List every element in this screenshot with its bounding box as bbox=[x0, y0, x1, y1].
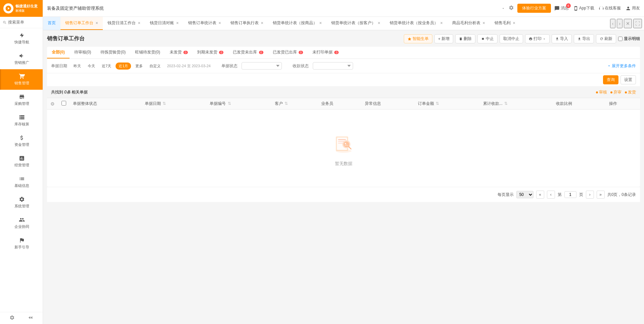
th-settings[interactable]: ⚙ bbox=[47, 98, 58, 110]
tab-sales-summary-staff[interactable]: 销货单统计表（按业务员） ✕ bbox=[385, 17, 447, 30]
query-btn[interactable]: 查询 bbox=[603, 75, 618, 84]
tab-staff-close[interactable]: ✕ bbox=[440, 21, 443, 25]
tab-reconcile-close[interactable]: ✕ bbox=[176, 21, 179, 25]
tab-product-margin[interactable]: 商品毛利分析表 ✕ bbox=[447, 17, 490, 30]
th-number[interactable]: 单据编号 ⇅ bbox=[206, 98, 271, 110]
collection-select[interactable] bbox=[313, 62, 353, 70]
sidebar-search[interactable]: 搜索菜单 bbox=[0, 17, 43, 28]
sidebar-item-operations[interactable]: 经营管理 bbox=[0, 151, 43, 172]
system-dropdown[interactable] bbox=[501, 6, 505, 10]
refresh-btn[interactable]: 刷新 bbox=[596, 34, 616, 43]
tab-sales-stat[interactable]: 销售订单统计表 ✕ bbox=[183, 17, 226, 30]
subtab-all[interactable]: 全部(0) bbox=[47, 47, 70, 58]
select-all-checkbox[interactable] bbox=[61, 101, 66, 106]
tab-home[interactable]: 首页 bbox=[43, 17, 60, 30]
import-btn[interactable]: 导入 bbox=[552, 34, 572, 43]
sidebar-item-basic[interactable]: 基础信息 bbox=[0, 172, 43, 192]
sidebar-item-enterprise[interactable]: 企业协同 bbox=[0, 213, 43, 233]
th-checkbox[interactable] bbox=[58, 98, 70, 110]
ship-op-btn[interactable]: 发货 bbox=[625, 89, 636, 95]
tab-profit-close[interactable]: ✕ bbox=[513, 21, 515, 25]
user-btn[interactable]: 用友 bbox=[626, 5, 640, 11]
th-amount[interactable]: 订单金额 ⇅ bbox=[415, 98, 480, 110]
first-page-btn[interactable]: « bbox=[536, 191, 544, 199]
date-btn-more[interactable]: 更多 bbox=[133, 63, 145, 70]
subtab-not-shipped[interactable]: 未发货 0 bbox=[165, 47, 192, 58]
tab-sales-summary-customer[interactable]: 销货单统计表（按客户） ✕ bbox=[327, 17, 385, 30]
cancel-stop-btn[interactable]: 取消中止 bbox=[500, 34, 523, 43]
tab-sales-summary-product[interactable]: 销货单统计表（按商品） ✕ bbox=[268, 17, 327, 30]
tab-exec-close[interactable]: ✕ bbox=[261, 21, 263, 25]
tab-margin-close[interactable]: ✕ bbox=[482, 21, 485, 25]
sidebar-item-guide[interactable]: 新手引导 bbox=[0, 233, 43, 254]
date-btn-1month[interactable]: 近1月 bbox=[116, 63, 131, 70]
th-customer[interactable]: 客户 ⇅ bbox=[271, 98, 318, 110]
tab-cash-daily[interactable]: 钱货日清工作台 ✕ bbox=[103, 17, 145, 30]
subtab-shipped-out[interactable]: 已发货已出库 0 bbox=[268, 47, 308, 58]
online-service-btn[interactable]: 在线客服 bbox=[599, 5, 621, 11]
delete-btn[interactable]: 删除 bbox=[455, 34, 475, 43]
sidebar-item-system[interactable]: 系统管理 bbox=[0, 192, 43, 213]
export-btn[interactable]: 导出 bbox=[574, 34, 594, 43]
sidebar-item-inventory[interactable]: 库存核算 bbox=[0, 110, 43, 131]
settings-filter-btn[interactable]: 设置 bbox=[620, 75, 636, 84]
tab-stat-close[interactable]: ✕ bbox=[218, 21, 221, 25]
subtab-pending-review[interactable]: 待审核(0) bbox=[70, 47, 96, 58]
tab-next-btn[interactable]: › bbox=[617, 19, 622, 28]
subtab-not-printed[interactable]: 未打印单据 0 bbox=[308, 47, 343, 58]
status-select[interactable] bbox=[242, 62, 282, 70]
prev-page-btn[interactable]: ‹ bbox=[547, 191, 555, 199]
add-btn[interactable]: + 新增 bbox=[434, 34, 453, 43]
th-date[interactable]: 单据日期 ⇅ bbox=[141, 98, 207, 110]
page-size-select[interactable]: 10 20 50 100 bbox=[516, 191, 533, 198]
sidebar-item-finance[interactable]: 资金管理 bbox=[0, 131, 43, 151]
expand-conditions-btn[interactable]: 展开更多条件 bbox=[607, 63, 636, 69]
tab-sales-close[interactable]: ✕ bbox=[95, 21, 98, 25]
subtab-wangpu[interactable]: 旺铺待发货(0) bbox=[130, 47, 165, 58]
tab-sales-exec-label: 销售订单执行表 bbox=[230, 20, 259, 26]
app-download-btn[interactable]: App下载 bbox=[573, 5, 594, 11]
unreviewed-op-btn[interactable]: 弃审 bbox=[610, 89, 621, 95]
sidebar-item-quick-nav[interactable]: 快捷导航 bbox=[0, 28, 43, 49]
sidebar-item-sales[interactable]: 销售管理 bbox=[0, 69, 43, 90]
sidebar-collapse-btn[interactable] bbox=[28, 315, 33, 321]
subtab-shipped-out-label: 已发货已出库 bbox=[273, 50, 297, 54]
show-detail-toggle[interactable]: 显示明细 bbox=[618, 36, 640, 42]
settings-btn[interactable] bbox=[509, 5, 514, 11]
stop-btn[interactable]: 中止 bbox=[477, 34, 498, 43]
sidebar-item-purchase[interactable]: 采购管理 bbox=[0, 90, 43, 110]
subtab-pending-inspect[interactable]: 待拣货验货(0) bbox=[96, 47, 130, 58]
date-btn-7days[interactable]: 近7天 bbox=[99, 63, 114, 70]
tab-sales-profit[interactable]: 销售毛利 ✕ bbox=[490, 17, 520, 30]
tab-sales-workbench[interactable]: 销售订单工作台 ✕ bbox=[60, 17, 103, 30]
column-settings-icon[interactable]: ⚙ bbox=[50, 101, 55, 107]
tab-close-all-btn[interactable]: ✕ bbox=[624, 19, 632, 28]
unreviewed-dot bbox=[610, 91, 612, 93]
show-detail-checkbox[interactable] bbox=[618, 37, 622, 41]
tab-prev-btn[interactable]: ‹ bbox=[610, 19, 616, 28]
subtab-shipped-not-out[interactable]: 已发货未出库 0 bbox=[228, 47, 268, 58]
industry-btn[interactable]: 体验行业方案 bbox=[517, 4, 551, 13]
date-btn-yesterday[interactable]: 昨天 bbox=[71, 63, 83, 70]
tab-customer-close[interactable]: ✕ bbox=[378, 21, 380, 25]
review-op-btn[interactable]: 审核 bbox=[596, 89, 607, 95]
message-btn[interactable]: 消息 6 bbox=[554, 5, 569, 11]
date-btn-today[interactable]: 今天 bbox=[85, 63, 97, 70]
sidebar-settings-btn[interactable] bbox=[9, 315, 15, 321]
last-page-btn[interactable]: » bbox=[597, 191, 605, 199]
tab-cash-close[interactable]: ✕ bbox=[138, 21, 140, 25]
tab-cash-reconcile[interactable]: 钱货日清对账 ✕ bbox=[145, 17, 183, 30]
subtab-overdue[interactable]: 到期未发货 0 bbox=[192, 47, 228, 58]
sidebar-item-marketing[interactable]: 营销推广 bbox=[0, 49, 43, 69]
tab-product-close[interactable]: ✕ bbox=[319, 21, 322, 25]
date-btn-custom[interactable]: 自定义 bbox=[147, 63, 163, 70]
print-btn[interactable]: 打印 bbox=[525, 34, 550, 43]
next-page-btn[interactable]: › bbox=[586, 191, 594, 199]
tab-sales-exec[interactable]: 销售订单执行表 ✕ bbox=[226, 17, 268, 30]
th-collected[interactable]: 累计收款... ⇅ bbox=[480, 98, 553, 110]
sidebar-marketing-label: 营销推广 bbox=[14, 60, 29, 65]
app-download-label: App下载 bbox=[579, 5, 594, 11]
tab-fullscreen-btn[interactable]: ⛶ bbox=[633, 19, 642, 28]
page-number-input[interactable] bbox=[564, 191, 576, 198]
smart-gen-btn[interactable]: 智能生单 bbox=[404, 34, 432, 43]
